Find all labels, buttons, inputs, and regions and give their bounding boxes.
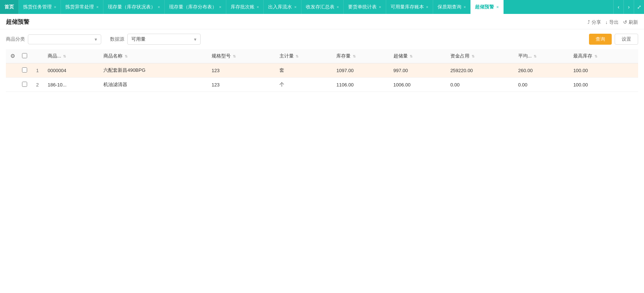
col-capital-sort: ⇅ <box>472 54 475 58</box>
col-goods-name-sort: ⇅ <box>125 54 128 58</box>
nav-overstock-close[interactable]: × <box>496 5 498 9</box>
nav-item-home[interactable]: 首页 <box>0 0 19 14</box>
select-all-checkbox[interactable] <box>22 53 27 58</box>
nav-item-overstock[interactable]: 超储预警 × <box>471 0 503 14</box>
category-label: 商品分类 <box>6 36 25 42</box>
row-overstock-qty: 997.00 <box>391 63 447 78</box>
col-capital[interactable]: 资金占用 ⇅ <box>447 49 515 63</box>
row-checkbox[interactable] <box>22 82 27 87</box>
nav-item-flow[interactable]: 出入库流水 × <box>264 0 301 14</box>
col-avg[interactable]: 平均... ⇅ <box>515 49 570 63</box>
nav-item-stock-dist[interactable]: 现存量（库存分布表） × <box>165 0 226 14</box>
share-button[interactable]: ⤴ 分享 <box>588 19 601 26</box>
nav-exception-close[interactable]: × <box>96 5 98 9</box>
datasource-filter-group: 数据源 可用量 ▾ <box>110 34 201 45</box>
nav-collect-label: 收发存汇总表 <box>306 4 334 10</box>
row-goods-name: 六配套新昌490BPG <box>100 63 209 78</box>
top-navigation: 首页 拣货任务管理 × 拣货异常处理 × 现存量（库存状况表） × 现存量（库存… <box>0 0 644 14</box>
col-spec-sort: ⇅ <box>233 54 236 58</box>
row-spec: 123 <box>209 78 277 92</box>
share-icon: ⤴ <box>588 19 590 25</box>
col-goods-name[interactable]: 商品名称 ⇅ <box>100 49 209 63</box>
share-label: 分享 <box>592 19 601 26</box>
row-overstock-qty: 1006.00 <box>391 78 447 92</box>
col-stock-qty-label: 库存量 <box>336 53 351 59</box>
nav-stock-status-close[interactable]: × <box>158 5 160 9</box>
query-button[interactable]: 查询 <box>589 34 612 45</box>
nav-expand[interactable]: ⤢ <box>634 0 644 14</box>
col-max-stock-sort: ⇅ <box>594 54 597 58</box>
nav-available-close[interactable]: × <box>426 5 428 9</box>
category-arrow-icon: ▾ <box>95 37 97 42</box>
nav-home-label: 首页 <box>4 4 14 10</box>
nav-item-exception[interactable]: 拣货异常处理 × <box>61 0 103 14</box>
row-max-stock: 100.00 <box>570 78 638 92</box>
col-overstock-qty[interactable]: 超储量 ⇅ <box>391 49 447 63</box>
nav-item-task-mgmt[interactable]: 拣货任务管理 × <box>19 0 61 14</box>
col-overstock-qty-label: 超储量 <box>394 53 408 59</box>
table-body: 1 0000004 六配套新昌490BPG 123 套 1097.00 997.… <box>6 63 638 92</box>
nav-available-label: 可用量库存账本 <box>391 4 424 10</box>
table-row[interactable]: 1 0000004 六配套新昌490BPG 123 套 1097.00 997.… <box>6 63 638 78</box>
col-goods-code-label: 商品... <box>48 53 61 59</box>
col-stock-qty-sort: ⇅ <box>353 54 356 58</box>
refresh-button[interactable]: ↺ 刷新 <box>623 19 638 26</box>
refresh-label: 刷新 <box>629 19 638 26</box>
export-button[interactable]: ↓ 导出 <box>605 19 619 26</box>
col-row-num <box>30 49 45 63</box>
row-unit: 个 <box>277 78 333 92</box>
nav-flow-close[interactable]: × <box>294 5 296 9</box>
col-overstock-qty-sort: ⇅ <box>410 54 413 58</box>
nav-item-collect[interactable]: 收发存汇总表 × <box>301 0 344 14</box>
row-avg: 260.00 <box>515 63 570 78</box>
nav-item-order-stats[interactable]: 要货单统计表 × <box>344 0 386 14</box>
table-container: ⚙ 商品... ⇅ 商品名称 ⇅ 规格型号 ⇅ <box>0 49 644 92</box>
col-goods-code-sort: ⇅ <box>63 54 66 58</box>
row-stock-qty: 1106.00 <box>333 78 390 92</box>
nav-item-expiry[interactable]: 保质期查询 × <box>433 0 471 14</box>
row-checkbox-cell[interactable] <box>19 78 30 92</box>
nav-item-available[interactable]: 可用量库存账本 × <box>386 0 433 14</box>
row-stock-qty: 1097.00 <box>333 63 390 78</box>
header-actions: ⤴ 分享 ↓ 导出 ↺ 刷新 <box>588 19 638 26</box>
filter-actions: 查询 设置 <box>589 34 638 45</box>
nav-collect-close[interactable]: × <box>337 5 339 9</box>
nav-task-mgmt-close[interactable]: × <box>54 5 56 9</box>
nav-expiry-label: 保质期查询 <box>438 4 461 10</box>
nav-order-stats-close[interactable]: × <box>379 5 381 9</box>
settings-button[interactable]: 设置 <box>615 34 638 45</box>
nav-expiry-close[interactable]: × <box>464 5 466 9</box>
nav-right-arrow[interactable]: › <box>623 0 634 14</box>
category-select[interactable]: ▾ <box>28 34 101 44</box>
nav-stock-dist-close[interactable]: × <box>219 5 221 9</box>
datasource-label: 数据源 <box>110 36 124 42</box>
nav-arrows: ‹ › ⤢ <box>613 0 644 14</box>
table-row[interactable]: 2 186-10... 机油滤清器 123 个 1106.00 1006.00 … <box>6 78 638 92</box>
nav-overstock-label: 超储预警 <box>475 4 494 10</box>
row-checkbox[interactable] <box>22 67 27 73</box>
col-unit[interactable]: 主计量 ⇅ <box>277 49 333 63</box>
col-max-stock[interactable]: 最高库存 ⇅ <box>570 49 638 63</box>
datasource-select[interactable]: 可用量 ▾ <box>127 34 201 45</box>
col-spec[interactable]: 规格型号 ⇅ <box>209 49 277 63</box>
table-header-row: ⚙ 商品... ⇅ 商品名称 ⇅ 规格型号 ⇅ <box>6 49 638 63</box>
col-stock-qty[interactable]: 库存量 ⇅ <box>333 49 390 63</box>
nav-order-stats-label: 要货单统计表 <box>348 4 377 10</box>
nav-item-batch[interactable]: 库存批次账 × <box>226 0 264 14</box>
col-max-stock-label: 最高库存 <box>573 53 592 59</box>
export-icon: ↓ <box>605 19 608 25</box>
row-checkbox-cell[interactable] <box>19 63 30 78</box>
nav-batch-label: 库存批次账 <box>231 4 255 10</box>
col-goods-code[interactable]: 商品... ⇅ <box>45 49 100 63</box>
row-unit: 套 <box>277 63 333 78</box>
datasource-value: 可用量 <box>131 36 146 42</box>
row-capital: 0.00 <box>447 78 515 92</box>
gear-icon[interactable]: ⚙ <box>9 53 16 59</box>
col-settings: ⚙ <box>6 49 19 63</box>
nav-batch-close[interactable]: × <box>257 5 259 9</box>
col-avg-sort: ⇅ <box>534 54 537 58</box>
nav-left-arrow[interactable]: ‹ <box>613 0 623 14</box>
nav-item-stock-status[interactable]: 现存量（库存状况表） × <box>103 0 165 14</box>
row-goods-code: 186-10... <box>45 78 100 92</box>
nav-stock-status-label: 现存量（库存状况表） <box>108 4 155 10</box>
